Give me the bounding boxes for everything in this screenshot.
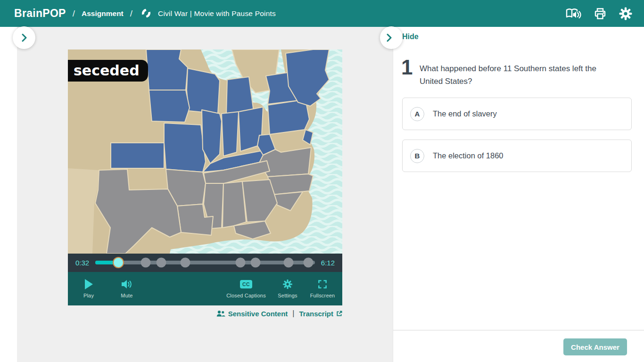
brainpop-assignment-page: BrainPOP / Assignment / Civil War | Movi…: [0, 0, 644, 362]
answer-option-b[interactable]: B The election of 1860: [402, 140, 632, 172]
pause-point-dot[interactable]: [304, 258, 314, 268]
mute-button[interactable]: Mute: [108, 272, 146, 305]
settings-icon: [282, 279, 293, 290]
option-letter-badge: B: [410, 149, 424, 163]
progress-strip: 0:32 6:12: [68, 254, 342, 272]
print-icon[interactable]: [593, 7, 607, 21]
people-icon: [216, 310, 225, 317]
progress-track[interactable]: [95, 261, 315, 264]
pause-point-dot[interactable]: [284, 258, 294, 268]
mute-icon: [121, 279, 133, 290]
chevron-right-icon: [385, 33, 393, 42]
closed-captions-label: Closed Captions: [226, 293, 266, 298]
settings-button[interactable]: Settings: [269, 272, 306, 305]
settings-gear-icon[interactable]: [619, 7, 633, 21]
current-time: 0:32: [75, 254, 89, 272]
sensitive-content-label: Sensitive Content: [228, 310, 288, 318]
external-link-icon: [336, 311, 342, 317]
play-icon: [84, 279, 93, 290]
collapse-left-panel-button[interactable]: [13, 26, 35, 49]
transcript-label: Transcript: [299, 310, 333, 318]
breadcrumb-assignment[interactable]: Assignment: [82, 9, 124, 18]
movie-icon: [140, 8, 152, 20]
player-controls: Play Mute CC Closed Captions: [68, 272, 342, 305]
question-number: 1: [401, 57, 413, 78]
video-links-row: Sensitive Content | Transcript: [216, 309, 342, 318]
pause-point-dot[interactable]: [251, 258, 261, 268]
collapse-quiz-panel-button[interactable]: [380, 26, 403, 49]
fullscreen-button[interactable]: Fullscreen: [304, 272, 341, 305]
play-label: Play: [83, 293, 94, 298]
progress-handle[interactable]: [113, 257, 124, 268]
hide-panel-button[interactable]: Hide: [402, 33, 419, 41]
video-caption: seceded: [68, 60, 148, 82]
mute-label: Mute: [121, 293, 132, 298]
pause-point-dot[interactable]: [181, 258, 190, 268]
chevron-right-icon: [20, 33, 28, 42]
pause-point-dot[interactable]: [141, 258, 151, 268]
links-divider: |: [292, 309, 294, 318]
option-text: The end of slavery: [433, 109, 497, 118]
settings-label: Settings: [278, 293, 297, 298]
app-header: BrainPOP / Assignment / Civil War | Movi…: [0, 0, 644, 27]
sensitive-content-link[interactable]: Sensitive Content: [216, 310, 288, 318]
question-text: What happened before 11 Southern states …: [420, 62, 619, 88]
closed-captions-icon: CC: [240, 279, 252, 290]
check-answer-button[interactable]: Check Answer: [563, 338, 627, 355]
video-screen[interactable]: seceded: [68, 49, 342, 254]
fullscreen-icon: [318, 279, 327, 290]
fullscreen-label: Fullscreen: [310, 293, 335, 298]
page-title: Civil War | Movie with Pause Points: [158, 9, 276, 18]
brainpop-logo[interactable]: BrainPOP: [14, 7, 66, 20]
quiz-panel: Hide 1 What happened before 11 Southern …: [393, 27, 644, 362]
pause-point-dot[interactable]: [235, 258, 245, 268]
total-time: 6:12: [321, 254, 335, 272]
quiz-footer: Check Answer: [393, 330, 644, 362]
option-letter-badge: A: [410, 107, 424, 121]
play-button[interactable]: Play: [70, 272, 107, 305]
read-aloud-icon[interactable]: [565, 7, 582, 20]
transcript-link[interactable]: Transcript: [299, 310, 342, 318]
pause-point-dot[interactable]: [156, 258, 166, 268]
breadcrumb-separator: /: [130, 8, 132, 19]
option-text: The election of 1860: [433, 151, 504, 160]
video-stage: seceded 0:32 6:12 Play: [17, 27, 393, 362]
closed-captions-button[interactable]: CC Closed Captions: [223, 272, 270, 305]
answer-option-a[interactable]: A The end of slavery: [402, 98, 632, 130]
video-player: seceded 0:32 6:12 Play: [68, 49, 342, 305]
breadcrumb-separator: /: [73, 8, 75, 19]
